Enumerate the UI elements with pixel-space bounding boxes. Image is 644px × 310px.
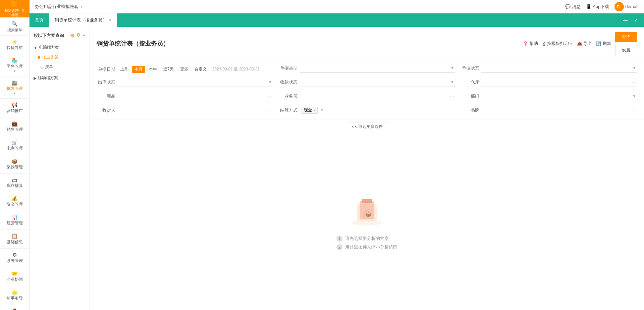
minimize-btn[interactable]: — [620, 15, 631, 25]
settings-scheme-icon[interactable]: ⚙ [76, 32, 81, 39]
right-panel: 销货单统计表（按业务员） ❓ 帮助 🖨 按模板打印 ▼ 📤 导出 [90, 27, 644, 310]
filter-row-3: 商品 ··· 业务员 ··· 部门 [97, 92, 637, 101]
filter-salesman: 业务员 ··· [279, 92, 455, 101]
sidebar-search[interactable]: 🔍 搜索菜单 [0, 17, 29, 36]
sidebar-item-retail[interactable]: 🏪 零售管理 ▼ [0, 54, 29, 76]
collapse-btn[interactable]: ∧∧ 收起更多条件 [347, 122, 387, 131]
warehouse-select[interactable]: ··· [481, 78, 637, 87]
sidebar-item-corp[interactable]: 🤝 企业协同 [0, 267, 29, 286]
topbar-right: 💬 消息 📱 App下载 Ea demo2 [565, 2, 639, 11]
sidebar-item-finance[interactable]: 💰 资金管理 [0, 192, 29, 211]
scheme-group-mobile-title[interactable]: ▶ 移动端方案 [30, 73, 90, 83]
left-panel-header-icons: ⊕ ⚙ « [70, 32, 86, 39]
filter-row-1: 单据日期 上月 本月 本年 近7天 更多 自定义 2023-03-01 至 20… [97, 63, 637, 73]
tab-home[interactable]: 首页 [30, 13, 49, 27]
settings-button[interactable]: 设置 [615, 45, 637, 55]
date-btn-thisyear[interactable]: 本年 [146, 66, 160, 73]
collapse-panel-icon[interactable]: « [83, 32, 86, 39]
account-dropdown[interactable]: 办公用品行业模拟账套 ▼ [35, 4, 83, 10]
mobile-group-arrow: ▶ [34, 76, 37, 81]
sidebar-item-ecom[interactable]: 🛒 电商管理 [0, 136, 29, 155]
mobile-group-label: 移动端方案 [38, 75, 58, 81]
sidebar-item-inventory[interactable]: 🗃 库存核算 [0, 174, 29, 192]
sidebar-item-purchase[interactable]: 📦 采购管理 [0, 155, 29, 174]
scheme-group-pc-title[interactable]: ▼ 电脑端方案 [30, 43, 90, 52]
newbie-label: 新手引导 [7, 296, 23, 301]
sidebar-logo[interactable]: 🟠 畅捷通好生意 标版 [0, 0, 30, 17]
export-label: 导出 [583, 41, 592, 47]
sidebar-item-appcenter[interactable]: 📱 应用中心 [0, 305, 29, 310]
refresh-btn[interactable]: 🔄 刷新 [596, 41, 611, 47]
filter-doc-status: 单据状态 ▼ [461, 63, 637, 73]
date-btn-7days[interactable]: 近7天 [161, 66, 176, 73]
dept-select[interactable]: ▼ [481, 92, 637, 101]
goods-dots-icon[interactable]: ··· [268, 94, 272, 99]
search-icon: 🔍 [11, 21, 18, 27]
empty-illustration: 📦 [347, 194, 387, 229]
payment-select[interactable]: ▼ [300, 78, 455, 87]
sidebar-item-sales[interactable]: 💼 销售管理 [0, 117, 29, 136]
consignee-input[interactable]: ··· [117, 106, 273, 115]
search-label: 搜索菜单 [7, 28, 22, 33]
message-btn[interactable]: 💬 消息 [565, 4, 581, 10]
app-download-label: App下载 [593, 4, 609, 10]
outbound-select[interactable]: ▼ [117, 78, 273, 87]
user-menu[interactable]: Ea demo2 [614, 2, 639, 11]
doc-status-select[interactable]: ▼ [481, 63, 637, 73]
goods-label: 商品 [97, 93, 115, 99]
outbound-arrow-icon: ▼ [269, 80, 272, 84]
purchase-icon: 📦 [11, 158, 18, 164]
date-label: 单据日期 [97, 66, 115, 72]
dept-arrow-icon: ▼ [633, 94, 636, 98]
sidebar-item-quicknav[interactable]: ⚡ 快捷导航 [0, 36, 29, 54]
settlement-input[interactable]: 现金 × ▼ [300, 106, 455, 115]
marketing-icon: 📢 [11, 102, 18, 108]
tab-close-icon[interactable]: × [109, 18, 111, 22]
template-print-btn[interactable]: 🖨 按模板打印 ▼ [542, 41, 573, 47]
help-btn[interactable]: ❓ 帮助 [523, 41, 538, 47]
sidebar-item-marketing[interactable]: 📢 营销推广 [0, 99, 29, 117]
doc-type-select[interactable]: ▼ [300, 63, 455, 73]
page-title: 销货单统计表（按业务员） [97, 40, 169, 48]
sidebar-item-basic[interactable]: 📋 基础信息 [0, 230, 29, 249]
phone-icon: 📱 [586, 4, 591, 9]
query-button[interactable]: 查询 [615, 32, 637, 42]
date-btn-thismonth[interactable]: 本月 [132, 66, 145, 73]
salesman-dots-icon[interactable]: ··· [450, 94, 454, 99]
salesman-label: 业务员 [279, 93, 298, 99]
warehouse-dots-icon[interactable]: ··· [632, 80, 636, 85]
tab-active[interactable]: 销货单统计表（按业务员） × [49, 13, 117, 27]
consignee-dots-icon[interactable]: ··· [268, 108, 272, 113]
date-btn-more[interactable]: 更多 [177, 66, 191, 73]
filter-payment: 收款状态 ▼ [279, 78, 455, 87]
goods-input[interactable]: ··· [117, 92, 273, 101]
settlement-tag-close-icon[interactable]: × [313, 108, 315, 112]
sidebar-item-newbie[interactable]: 🌟 新手引导 [0, 286, 29, 305]
finance-label: 资金管理 [7, 202, 23, 207]
topbar: 办公用品行业模拟账套 ▼ 💬 消息 📱 App下载 Ea demo2 [30, 0, 644, 13]
ecom-label: 电商管理 [7, 146, 23, 151]
date-btn-lastmonth[interactable]: 上月 [117, 66, 131, 73]
salesman-input[interactable]: ··· [300, 92, 455, 101]
app-download-btn[interactable]: 📱 App下载 [586, 4, 609, 10]
add-scheme-icon[interactable]: ⊕ [70, 32, 74, 39]
warehouse-label: 仓库 [461, 79, 479, 85]
scheme-item-salesman[interactable]: 按业务员 [30, 52, 90, 62]
date-btn-custom[interactable]: 自定义 [192, 66, 209, 73]
brand-dots-icon[interactable]: ··· [632, 108, 636, 113]
left-panel-header: 按以下方案查询 ⊕ ⚙ « [30, 31, 90, 41]
export-btn[interactable]: 📤 导出 [577, 41, 592, 47]
expand-icon: ⤢ [634, 17, 638, 23]
ecom-icon: 🛒 [11, 140, 18, 146]
sidebar-item-ops[interactable]: 📊 经营管理 [0, 211, 29, 230]
brand-input[interactable]: ··· [481, 106, 637, 115]
basic-label: 基础信息 [7, 239, 23, 245]
sidebar-item-wholesale[interactable]: 🏬 批发管理 ▲ [0, 76, 29, 99]
scheme-item-order[interactable]: ⊞ 按单 [30, 62, 90, 72]
tabbar-actions: — ⤢ [620, 15, 644, 25]
inventory-label: 库存核算 [7, 183, 23, 189]
sidebar-item-system[interactable]: ⚙ 系统管理 [0, 249, 29, 267]
consignee-label: 收货人 [97, 107, 115, 113]
settlement-label: 结算方式 [279, 107, 298, 113]
expand-btn[interactable]: ⤢ [631, 15, 641, 25]
